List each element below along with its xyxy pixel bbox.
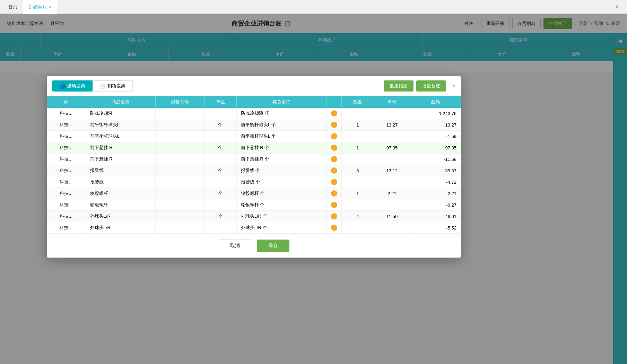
cell-qty xyxy=(341,176,374,188)
cell-warning: ! xyxy=(326,108,341,119)
cell-warning: ! xyxy=(326,199,341,211)
cell-spec xyxy=(155,188,204,199)
cell-amount: -4.72 xyxy=(410,176,461,188)
cell-qty: 4 xyxy=(341,211,374,222)
modal-close-button[interactable]: × xyxy=(452,83,455,90)
table-row[interactable]: 科技...报警线个报警线 个!313.1239.37 xyxy=(47,165,461,176)
warning-icon: ! xyxy=(331,156,337,162)
table-row[interactable]: 科技...防冻冷却液防冻冷却液 瓶!-1,243.76 xyxy=(47,108,461,119)
cell-product: 报警线 xyxy=(86,165,155,176)
tab-ledger[interactable]: 进销台账 × xyxy=(23,0,57,14)
table-row[interactable]: 科技...轮毂螺杆轮毂螺杆 个!-0.27 xyxy=(47,199,461,211)
cell-price xyxy=(374,131,410,142)
cell-spec xyxy=(155,142,204,154)
table-row[interactable]: 科技...外球头L/R外球头L/R 个!-5.52 xyxy=(47,222,461,234)
col-company: 你 xyxy=(47,96,86,108)
cell-qty xyxy=(341,154,374,165)
warning-icon: ! xyxy=(331,225,337,231)
cell-qty: 1 xyxy=(341,188,374,199)
tab-bar: 首页 进销台账 × × xyxy=(0,0,627,14)
modal-footer: 取消 保存 xyxy=(47,234,461,258)
col-amount: 金额 xyxy=(410,96,461,108)
cell-amount: 46.01 xyxy=(410,211,461,222)
cell-warning: ! xyxy=(326,119,341,131)
cell-spec xyxy=(155,165,204,176)
cell-warning: ! xyxy=(326,131,341,142)
cell-qty xyxy=(341,222,374,234)
cell-amount: 97.35 xyxy=(410,142,461,154)
cell-qty xyxy=(341,199,374,211)
tab-home[interactable]: 首页 xyxy=(3,0,23,14)
cell-unit xyxy=(204,108,236,119)
cell-product: 外球头L/R xyxy=(86,222,155,234)
cell-company: 科技... xyxy=(47,131,86,142)
table-row[interactable]: 科技...前下悬挂 R个前下悬挂 R 个!197.3597.35 xyxy=(47,142,461,154)
cell-warning: ! xyxy=(326,222,341,234)
cell-product: 报警线 xyxy=(86,176,155,188)
cell-price: 11.50 xyxy=(374,211,410,222)
batch-create-button[interactable]: 批量创建 xyxy=(416,80,446,92)
table-row[interactable]: 科技...前平衡杆球头L前平衡杆球头L 个!-1.59 xyxy=(47,131,461,142)
cell-amount: -5.52 xyxy=(410,222,461,234)
cell-amount: 13.27 xyxy=(410,119,461,131)
cell-unit xyxy=(204,222,236,234)
cell-stock-name: 外球头L/R 个 xyxy=(236,211,326,222)
cell-amount: 39.37 xyxy=(410,165,461,176)
table-row[interactable]: 科技...前平衡杆球头L个前平衡杆球头L 个!113.2713.27 xyxy=(47,119,461,131)
cell-warning: ! xyxy=(326,176,341,188)
col-warning xyxy=(326,96,341,108)
modal-scroll-area[interactable]: 你 商品名称 规格型号 单位 存货名称 数量 单价 金额 科技...防冻冷却液防… xyxy=(47,96,461,234)
cell-price: 97.35 xyxy=(374,142,410,154)
cell-stock-name: 报警线 个 xyxy=(236,165,326,176)
tab-incoming-invoice[interactable]: 🔵 进项发票 xyxy=(52,80,93,92)
cell-company: 科技... xyxy=(47,142,86,154)
table-row[interactable]: 科技...前下悬挂 R前下悬挂 R 个!-11.68 xyxy=(47,154,461,165)
warning-icon: ! xyxy=(331,145,337,151)
cell-price: 13.12 xyxy=(374,165,410,176)
cell-product: 前下悬挂 R xyxy=(86,142,155,154)
table-row[interactable]: 科技...轮毂螺杆个轮毂螺杆 个!12.212.21 xyxy=(47,188,461,199)
cell-company: 科技... xyxy=(47,222,86,234)
save-button[interactable]: 保存 xyxy=(257,240,289,252)
table-row[interactable]: 科技...报警线报警线 个!-4.72 xyxy=(47,176,461,188)
cell-spec xyxy=(155,119,204,131)
cell-spec xyxy=(155,222,204,234)
cell-warning: ! xyxy=(326,211,341,222)
cell-unit xyxy=(204,176,236,188)
cell-stock-name: 报警线 个 xyxy=(236,176,326,188)
cell-product: 前下悬挂 R xyxy=(86,154,155,165)
cell-price xyxy=(374,176,410,188)
tab-close-icon[interactable]: × xyxy=(49,5,51,10)
table-header-row: 你 商品名称 规格型号 单位 存货名称 数量 单价 金额 xyxy=(47,96,461,108)
warning-icon: ! xyxy=(331,179,337,185)
cell-unit: 个 xyxy=(204,165,236,176)
tab-outgoing-invoice[interactable]: 📄 销项发票 xyxy=(93,80,133,92)
main-page: 销售成本计算方法： 月平均 商贸企业进销台账 📋 对账 重新开账 存货别名 生成… xyxy=(0,14,627,364)
cell-company: 科技... xyxy=(47,165,86,176)
cell-qty: 1 xyxy=(341,142,374,154)
cell-company: 科技... xyxy=(47,108,86,119)
cell-product: 前平衡杆球头L xyxy=(86,131,155,142)
cell-spec xyxy=(155,176,204,188)
window-close-button[interactable]: × xyxy=(610,0,624,14)
cell-stock-name: 前下悬挂 R 个 xyxy=(236,154,326,165)
modal-header-buttons: 批量指定 批量创建 xyxy=(384,80,446,92)
modal-header: 🔵 进项发票 📄 销项发票 批量指定 批量创建 × xyxy=(47,76,461,96)
cell-amount: -11.68 xyxy=(410,154,461,165)
cell-qty: 3 xyxy=(341,165,374,176)
cell-company: 科技... xyxy=(47,176,86,188)
col-product-name: 商品名称 xyxy=(86,96,155,108)
cell-price xyxy=(374,222,410,234)
cell-amount: -0.27 xyxy=(410,199,461,211)
table-row[interactable]: 科技...外球头L/R个外球头L/R 个!411.5046.01 xyxy=(47,211,461,222)
modal-dialog: 🔵 进项发票 📄 销项发票 批量指定 批量创建 × 你 商品名 xyxy=(47,76,461,258)
col-spec: 规格型号 xyxy=(155,96,204,108)
warning-icon: ! xyxy=(331,190,337,197)
batch-assign-button[interactable]: 批量指定 xyxy=(384,80,413,92)
cell-spec xyxy=(155,199,204,211)
cell-product: 外球头L/R xyxy=(86,211,155,222)
cancel-button[interactable]: 取消 xyxy=(219,240,251,252)
cell-stock-name: 轮毂螺杆 个 xyxy=(236,188,326,199)
cell-company: 科技... xyxy=(47,211,86,222)
col-unit: 单位 xyxy=(204,96,236,108)
